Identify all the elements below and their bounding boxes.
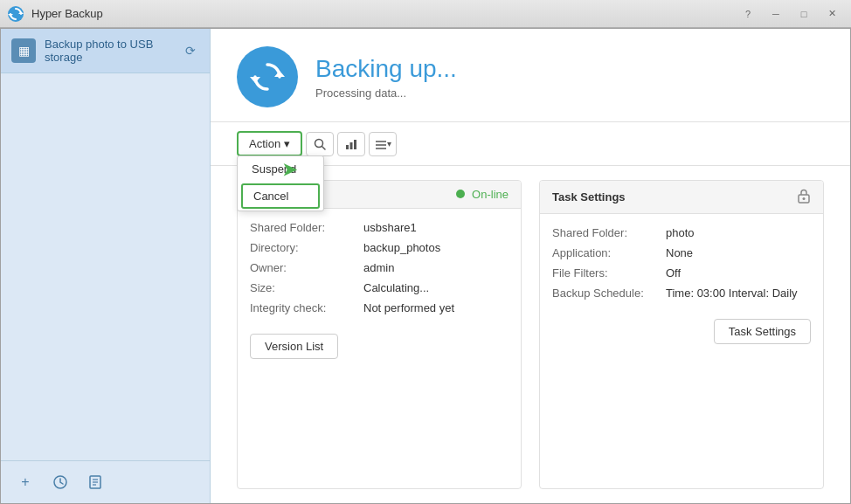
- titlebar-title: Hyper Backup: [31, 7, 103, 20]
- task-settings-button[interactable]: Task Settings: [714, 319, 811, 344]
- row-value: None: [666, 246, 693, 259]
- row-label: Size:: [250, 281, 363, 294]
- sidebar-refresh-button[interactable]: ⟳: [182, 42, 199, 59]
- maximize-button[interactable]: □: [792, 5, 816, 23]
- sidebar-item-label: Backup photo to USB storage: [45, 38, 173, 64]
- table-row: File Filters: Off: [552, 263, 811, 283]
- table-row: Shared Folder: usbshare1: [250, 217, 509, 238]
- close-button[interactable]: ✕: [820, 5, 844, 23]
- row-value: Off: [666, 266, 681, 280]
- row-label: Directory:: [250, 241, 363, 254]
- row-value: backup_photos: [363, 241, 440, 254]
- action-button[interactable]: Action ▾: [237, 131, 302, 156]
- table-row: Directory: backup_photos: [250, 238, 509, 258]
- row-label: Application:: [552, 246, 666, 259]
- content-area: Backing up... Processing data... Action …: [211, 29, 850, 503]
- backup-icon-area: Backing up... Processing data...: [237, 46, 824, 107]
- svg-point-19: [803, 197, 806, 200]
- content-header: Backing up... Processing data...: [211, 29, 850, 122]
- target-panel-body: Shared Folder: usbshare1 Directory: back…: [238, 209, 521, 327]
- row-label: Shared Folder:: [552, 226, 666, 239]
- main-window: ▦ Backup photo to USB storage ⟳ +: [0, 28, 851, 504]
- titlebar-left: Hyper Backup: [7, 5, 103, 23]
- task-panel-footer: Task Settings: [540, 312, 823, 351]
- online-label: On-line: [472, 188, 509, 201]
- task-panel: Task Settings Shared Folder: photo: [539, 180, 824, 489]
- history-button[interactable]: [46, 468, 74, 496]
- header-text: Backing up... Processing data...: [315, 55, 457, 100]
- log-button[interactable]: [81, 468, 109, 496]
- task-panel-header: Task Settings: [540, 181, 823, 214]
- sidebar-item-backup[interactable]: ▦ Backup photo to USB storage ⟳: [1, 29, 210, 73]
- svg-line-11: [322, 146, 326, 149]
- row-value: Calculating...: [363, 281, 429, 294]
- app-icon: [7, 5, 24, 23]
- sidebar: ▦ Backup photo to USB storage ⟳ +: [1, 29, 211, 503]
- sidebar-spacer: [1, 73, 210, 460]
- row-label: Integrity check:: [250, 301, 363, 314]
- backing-up-title: Backing up...: [315, 55, 457, 83]
- minimize-button[interactable]: ─: [764, 5, 788, 23]
- action-dropdown: Suspend Cancel: [237, 155, 324, 211]
- sidebar-footer: +: [1, 460, 210, 503]
- svg-rect-12: [346, 145, 349, 149]
- row-label: Backup Schedule:: [552, 287, 666, 300]
- table-row: Shared Folder: photo: [552, 223, 811, 243]
- task-panel-title: Task Settings: [552, 190, 626, 204]
- backing-up-status: Processing data...: [315, 86, 457, 100]
- svg-rect-13: [350, 142, 353, 149]
- svg-marker-8: [274, 71, 285, 77]
- action-label: Action: [249, 137, 280, 150]
- row-value: Time: 03:00 Interval: Daily: [666, 287, 798, 300]
- svg-rect-14: [354, 140, 356, 149]
- row-value: admin: [363, 261, 394, 274]
- cancel-menu-item[interactable]: Cancel: [241, 183, 320, 209]
- row-label: Owner:: [250, 261, 363, 274]
- lock-icon: [797, 188, 811, 206]
- row-value: photo: [666, 226, 695, 239]
- toolbar: Action ▾: [211, 122, 850, 166]
- table-row: Application: None: [552, 243, 811, 263]
- version-list-button[interactable]: Version List: [250, 334, 338, 359]
- table-row: Backup Schedule: Time: 03:00 Interval: D…: [552, 283, 811, 303]
- info-panels: Target On-line Shared Folder: usbshare1 …: [211, 166, 850, 503]
- help-button[interactable]: ?: [736, 5, 760, 23]
- menu-icon-btn[interactable]: ▾: [369, 132, 397, 156]
- search-icon-btn[interactable]: [306, 132, 334, 156]
- stats-icon-btn[interactable]: [337, 132, 365, 156]
- arrow-indicator: ➤: [282, 159, 297, 180]
- table-row: Owner: admin: [250, 258, 509, 278]
- row-label: Shared Folder:: [250, 221, 363, 234]
- table-row: Size: Calculating...: [250, 278, 509, 298]
- online-status: On-line: [456, 188, 509, 201]
- menu-arrow: ▾: [387, 139, 391, 148]
- task-panel-body: Shared Folder: photo Application: None F…: [540, 214, 823, 312]
- table-row: Integrity check: Not performed yet: [250, 298, 509, 318]
- row-value: usbshare1: [363, 221, 417, 234]
- action-arrow-icon: ▾: [284, 137, 290, 150]
- sync-icon-circle: [237, 46, 298, 107]
- add-task-button[interactable]: +: [11, 468, 39, 496]
- status-dot: [456, 190, 465, 198]
- titlebar-controls: ? ─ □ ✕: [736, 5, 844, 23]
- target-panel: Target On-line Shared Folder: usbshare1 …: [237, 180, 522, 489]
- svg-marker-9: [250, 77, 260, 83]
- row-value: Not performed yet: [363, 301, 454, 314]
- titlebar: Hyper Backup ? ─ □ ✕: [0, 0, 851, 28]
- target-panel-footer: Version List: [238, 327, 521, 366]
- suspend-menu-item[interactable]: Suspend: [238, 156, 323, 182]
- backup-item-icon: ▦: [11, 38, 36, 63]
- row-label: File Filters:: [552, 266, 666, 280]
